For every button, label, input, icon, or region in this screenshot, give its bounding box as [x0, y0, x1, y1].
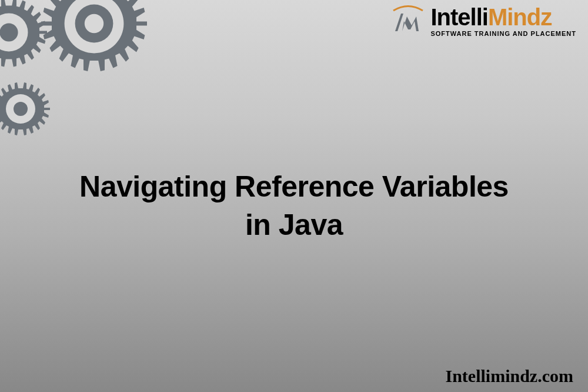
logo-tagline: SOFTWARE TRAINING AND PLACEMENT — [430, 30, 576, 37]
svg-point-6 — [14, 102, 28, 116]
gear-icon-medium — [0, 0, 47, 71]
logo-brand-part2: Mindz — [488, 4, 552, 30]
gear-icon-small — [0, 79, 50, 138]
footer-website-url: Intellimindz.com — [446, 366, 574, 386]
page-title: Navigating Reference Variables in Java — [0, 168, 588, 244]
svg-point-2 — [85, 14, 103, 33]
brand-logo: IntelliMindz SOFTWARE TRAINING AND PLACE… — [390, 5, 576, 37]
logo-brand-part1: Intelli — [430, 4, 487, 30]
gear-icon-large — [41, 0, 147, 77]
logo-brand-text: IntelliMindz — [430, 5, 576, 29]
logo-mark-icon — [390, 5, 426, 37]
svg-point-4 — [0, 23, 18, 41]
title-line-1: Navigating Reference Variables — [0, 168, 588, 206]
title-line-2: in Java — [0, 206, 588, 244]
gears-decoration — [0, 0, 165, 165]
